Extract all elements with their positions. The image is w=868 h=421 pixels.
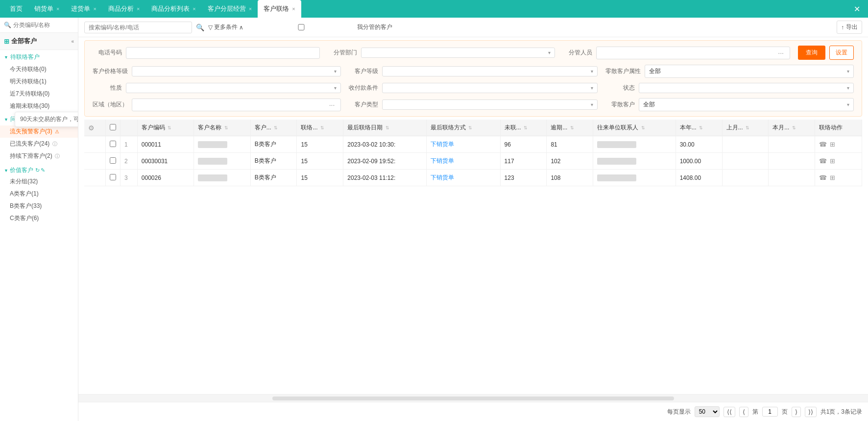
row-last-contact-method[interactable]: 下销货单: [426, 136, 500, 153]
refresh-icon[interactable]: ↻: [35, 167, 40, 173]
more-action-icon[interactable]: ⊞: [830, 174, 835, 181]
window-close-button[interactable]: ✕: [850, 4, 864, 14]
col-contact[interactable]: 联络... ⇅: [297, 120, 343, 136]
sidebar-item-tomorrow-contact[interactable]: 明天待联络(1): [0, 75, 78, 88]
prev-page-button[interactable]: ⟨: [739, 407, 748, 417]
tab-home[interactable]: 首页: [4, 0, 28, 18]
tab-product-analysis-list[interactable]: 商品分析列表 ×: [145, 0, 201, 18]
sidebar-item-class-c[interactable]: C类客户(6): [0, 212, 78, 224]
payment-select[interactable]: ▾: [382, 83, 597, 93]
my-customers-check[interactable]: [247, 24, 355, 30]
tab-sales-close[interactable]: ×: [56, 6, 59, 12]
page-number-input[interactable]: [762, 407, 778, 417]
scrollbar-thumb[interactable]: [272, 396, 674, 400]
col-last-contact-date[interactable]: 最后联络日期 ⇅: [343, 120, 427, 136]
row-index: 3: [120, 170, 137, 186]
retail-attr-value: 全部: [649, 67, 661, 75]
col-last-month[interactable]: 上月... ⇅: [722, 120, 769, 136]
tab-product-analysis[interactable]: 商品分析 ×: [102, 0, 145, 18]
tab-product-analysis-list-close[interactable]: ×: [193, 6, 195, 12]
col-name[interactable]: 客户名称 ⇅: [194, 120, 250, 136]
col-last-contact-method[interactable]: 最后联络方式 ⇅: [426, 120, 500, 136]
first-page-button[interactable]: ⟨⟨: [723, 407, 735, 417]
tab-customer-contact-close[interactable]: ×: [292, 6, 295, 12]
customer-type-select[interactable]: ▾: [382, 99, 597, 110]
horizontal-scrollbar[interactable]: [78, 394, 868, 402]
sidebar-all-customers[interactable]: ⊞ 全部客户 «: [0, 33, 78, 50]
col-this-month[interactable]: 本月... ⇅: [769, 120, 815, 136]
tab-customer-contact[interactable]: 客户联络 ×: [258, 0, 301, 18]
row-last-contact-method[interactable]: 下销货单: [426, 153, 500, 170]
more-action-icon[interactable]: ⊞: [830, 157, 835, 165]
query-button[interactable]: 查询: [798, 46, 825, 60]
phone-input[interactable]: [126, 47, 320, 59]
tab-customer-segmentation-close[interactable]: ×: [249, 6, 252, 12]
contact-action-icon[interactable]: ☎: [819, 141, 827, 148]
last-page-button[interactable]: ⟩⟩: [805, 407, 817, 417]
row-checkbox-cell[interactable]: [105, 153, 120, 170]
tab-customer-contact-label: 客户联络: [264, 4, 289, 13]
sidebar-group-value-customers[interactable]: ▼ 价值客户 ↻ ✎: [0, 164, 78, 175]
more-action-icon[interactable]: ⊞: [830, 141, 835, 148]
tab-customer-segmentation[interactable]: 客户分层经营 ×: [202, 0, 258, 18]
sidebar-item-class-a[interactable]: A类客户(1): [0, 188, 78, 200]
tab-purchase-close[interactable]: ×: [93, 6, 96, 12]
nature-select[interactable]: ▾: [126, 83, 341, 93]
region-dots[interactable]: ···: [327, 101, 337, 109]
customer-grade-select[interactable]: ▾: [382, 66, 597, 76]
sidebar-item-today-contact[interactable]: 今天待联络(0): [0, 63, 78, 75]
sidebar-group-problem-customers[interactable]: ▼ 问题客户 90天未交易的客户，可能有流失风险。: [0, 112, 78, 125]
row-checkbox-cell[interactable]: [105, 170, 120, 186]
sidebar-search-input[interactable]: [13, 22, 74, 28]
payment-arrow: ▾: [591, 85, 593, 91]
col-code[interactable]: 客户编码 ⇅: [137, 120, 193, 136]
tab-home-label: 首页: [10, 4, 23, 13]
edit-icon[interactable]: ✎: [41, 167, 45, 173]
sidebar-item-overdue-contact[interactable]: 逾期未联络(30): [0, 100, 78, 112]
col-uncontacted[interactable]: 未联... ⇅: [500, 120, 547, 136]
tab-purchase[interactable]: 进货单 ×: [65, 0, 102, 18]
contact-action-icon[interactable]: ☎: [819, 157, 827, 165]
sidebar-item-declining[interactable]: 持续下滑客户(2) ⓘ: [0, 150, 78, 162]
tab-product-analysis-close[interactable]: ×: [137, 6, 140, 12]
tab-product-analysis-list-label: 商品分析列表: [151, 4, 190, 13]
person-select[interactable]: ···: [596, 47, 790, 59]
row-checkbox[interactable]: [110, 157, 116, 164]
tab-sales[interactable]: 销货单 ×: [28, 0, 65, 18]
sidebar-item-unclassified[interactable]: 未分组(32): [0, 175, 78, 188]
dept-select[interactable]: ▾: [361, 48, 555, 58]
next-page-button[interactable]: ⟩: [792, 407, 801, 417]
per-page-select[interactable]: 50 100 200: [695, 406, 720, 417]
status-select[interactable]: ▾: [639, 83, 854, 93]
my-customers-checkbox[interactable]: 我分管的客户: [247, 23, 392, 31]
person-dots[interactable]: ···: [776, 49, 786, 57]
search-input[interactable]: [84, 22, 192, 33]
settings-button[interactable]: 设置: [829, 46, 854, 60]
retail-attr-select[interactable]: 全部 ▾: [645, 65, 854, 78]
sidebar-item-class-b[interactable]: B类客户(33): [0, 200, 78, 212]
row-last-contact-method[interactable]: 下销货单: [426, 170, 500, 186]
retail-customer-select[interactable]: 全部 ▾: [639, 98, 854, 111]
settings-icon[interactable]: ⚙: [88, 124, 95, 132]
sidebar-item-lost-warning[interactable]: 流失预警客户(3) ⚠: [0, 125, 78, 138]
more-conditions-toggle[interactable]: ▽ 更多条件 ∧: [208, 23, 243, 31]
row-checkbox-cell[interactable]: [105, 136, 120, 153]
col-this-year[interactable]: 本年... ⇅: [675, 120, 722, 136]
export-button[interactable]: ↑ 导出: [837, 21, 862, 34]
row-checkbox[interactable]: [110, 141, 116, 147]
sidebar-item-already-lost[interactable]: 已流失客户(24) ⓘ: [0, 138, 78, 150]
select-all-checkbox[interactable]: [110, 124, 116, 130]
search-button[interactable]: 🔍: [196, 24, 204, 31]
col-unit-contact[interactable]: 往来单位联系人 ⇅: [593, 120, 675, 136]
contact-action-icon[interactable]: ☎: [819, 174, 827, 181]
price-grade-select[interactable]: ▾: [132, 66, 341, 76]
region-select[interactable]: ···: [132, 99, 341, 111]
col-type[interactable]: 客户... ⇅: [250, 120, 297, 136]
col-overdue[interactable]: 逾期... ⇅: [547, 120, 593, 136]
filter-row-2: 客户价格等级 ▾ 客户等级 ▾ 零散客户属性 全部: [93, 65, 854, 78]
sidebar-item-7day-contact[interactable]: 近7天待联络(0): [0, 88, 78, 100]
row-checkbox[interactable]: [110, 174, 116, 180]
col-settings[interactable]: ⚙: [84, 120, 105, 136]
sidebar-collapse-btn[interactable]: «: [71, 39, 74, 44]
sidebar-group-pending-contact[interactable]: ▼ 待联络客户: [0, 50, 78, 63]
